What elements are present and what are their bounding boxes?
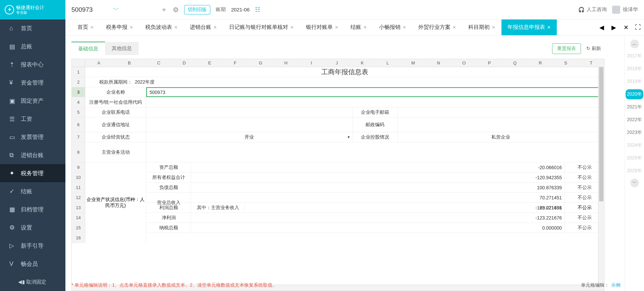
col-header[interactable]: C: [146, 59, 172, 67]
row-header[interactable]: 16: [72, 233, 85, 243]
col-header[interactable]: D: [172, 59, 197, 67]
close-icon[interactable]: ✕: [547, 25, 551, 30]
nav-salary[interactable]: ☰工资: [0, 110, 65, 128]
tabs-prev-button[interactable]: ◀: [596, 19, 608, 36]
year-item[interactable]: 2023年: [626, 128, 643, 138]
dropdown-cell[interactable]: 私营企业▼: [398, 132, 604, 142]
close-icon[interactable]: ✕: [335, 25, 338, 30]
year-item[interactable]: 2021年: [626, 102, 643, 112]
nav-reports[interactable]: ⇡报表中心: [0, 56, 65, 74]
nav-archive[interactable]: ▦归档管理: [0, 200, 65, 219]
tabs-next-button[interactable]: ▶: [608, 19, 620, 36]
row-header[interactable]: 7: [72, 132, 85, 142]
vertical-scrollbar[interactable]: [598, 67, 604, 285]
close-icon[interactable]: ✕: [129, 25, 133, 30]
tab-bank-statement[interactable]: 银行对账单✕: [300, 19, 344, 35]
period-value[interactable]: 2021-06: [231, 7, 250, 12]
col-header[interactable]: B: [113, 59, 146, 67]
scrollbar-thumb[interactable]: [599, 67, 603, 201]
cell[interactable]: [146, 97, 604, 107]
col-header[interactable]: K: [350, 59, 375, 67]
row-header[interactable]: 13: [72, 203, 85, 213]
row-header[interactable]: 3: [72, 87, 85, 97]
row-header[interactable]: 11: [72, 183, 85, 193]
tab-tax-declare[interactable]: 税务申报✕: [100, 19, 139, 35]
row-header[interactable]: 9: [72, 162, 85, 173]
year-down-button[interactable]: ﹀: [630, 179, 639, 187]
year-item[interactable]: 2018年: [626, 64, 643, 74]
cell[interactable]: 100.876339: [191, 183, 565, 192]
year-up-button[interactable]: ︿: [630, 40, 639, 48]
calendar-icon[interactable]: ☷: [255, 6, 260, 13]
tab-tax-fluct[interactable]: 税负波动表✕: [139, 19, 184, 35]
cell[interactable]: [398, 107, 604, 117]
year-item[interactable]: 2020年: [626, 89, 643, 99]
cell[interactable]: 0.000000: [191, 223, 565, 233]
close-icon[interactable]: ✕: [363, 25, 367, 30]
row-header[interactable]: 12: [72, 193, 85, 203]
close-icon[interactable]: ✕: [213, 25, 217, 30]
reset-button[interactable]: 重置报表: [552, 43, 581, 54]
cell[interactable]: -20.066016: [191, 162, 565, 172]
subtab-other[interactable]: 其他信息: [105, 42, 139, 55]
tab-foreign-trade[interactable]: 外贸行业方案✕: [412, 19, 462, 35]
cell[interactable]: [146, 107, 353, 117]
settings-button[interactable]: ⚙: [173, 6, 179, 14]
nav-tax[interactable]: ✦税务管理: [0, 164, 65, 182]
corner-cell[interactable]: [72, 59, 85, 67]
add-button[interactable]: ＋: [161, 5, 167, 14]
col-header[interactable]: E: [197, 59, 223, 67]
company-select[interactable]: 500973﹀: [71, 5, 155, 14]
col-header[interactable]: T: [579, 59, 604, 67]
refresh-button[interactable]: ↻ 刷新: [586, 46, 601, 52]
col-header[interactable]: P: [477, 59, 502, 67]
nav-guide[interactable]: ▷新手引导: [0, 237, 65, 255]
example-link[interactable]: 示例: [611, 282, 621, 288]
nav-assets[interactable]: ▣固定资产: [0, 92, 65, 110]
row-header[interactable]: 15: [72, 223, 85, 233]
user-menu[interactable]: 徐泽华: [612, 6, 638, 14]
dropdown-cell[interactable]: 开业▼: [146, 132, 353, 142]
close-icon[interactable]: ✕: [492, 25, 495, 30]
row-header[interactable]: 6: [72, 117, 85, 132]
col-header[interactable]: N: [426, 59, 451, 67]
tab-annual-report[interactable]: 年报信息申报表✕: [501, 19, 557, 35]
old-version-button[interactable]: 切到旧版: [184, 5, 210, 14]
fullscreen-button[interactable]: ⛶: [632, 19, 644, 36]
col-header[interactable]: F: [222, 59, 248, 67]
cell[interactable]: [146, 117, 353, 132]
consult-button[interactable]: 🎧人工咨询: [578, 6, 607, 13]
year-item[interactable]: 2017年: [626, 51, 643, 61]
col-header[interactable]: O: [451, 59, 477, 67]
selected-cell[interactable]: 500973: [146, 87, 604, 97]
nav-ledger[interactable]: ▤总账: [0, 38, 65, 56]
close-icon[interactable]: ✕: [90, 25, 94, 30]
year-item[interactable]: 2019年: [626, 77, 643, 87]
tab-home[interactable]: 首页✕: [71, 19, 100, 35]
row-header[interactable]: 2: [72, 77, 85, 87]
col-header[interactable]: I: [299, 59, 324, 67]
nav-purchase[interactable]: ⧉进销台账: [0, 146, 65, 164]
nav-invoice[interactable]: ▭发票管理: [0, 128, 65, 146]
tabs-close-button[interactable]: ✕: [620, 19, 632, 36]
row-header[interactable]: 14: [72, 213, 85, 223]
cell[interactable]: [398, 117, 604, 132]
year-item[interactable]: 2025年: [626, 153, 643, 163]
col-header[interactable]: L: [375, 59, 400, 67]
col-header[interactable]: R: [528, 59, 553, 67]
year-item[interactable]: 2026年: [626, 166, 643, 176]
tab-closing[interactable]: 结账✕: [344, 19, 373, 35]
nav-member[interactable]: V畅会员: [0, 255, 65, 273]
row-header[interactable]: 1: [72, 67, 85, 77]
row-header[interactable]: 8: [72, 142, 85, 162]
close-icon[interactable]: ✕: [452, 25, 456, 30]
tab-bank-reconcile[interactable]: 日记账与银行对账单核对✕: [223, 19, 300, 35]
col-header[interactable]: J: [324, 59, 350, 67]
undock-button[interactable]: ◀▮取消固定: [0, 273, 65, 291]
col-header[interactable]: M: [400, 59, 426, 67]
row-header[interactable]: 4: [72, 97, 85, 107]
close-icon[interactable]: ✕: [402, 25, 406, 30]
col-header[interactable]: G: [248, 59, 273, 67]
col-header[interactable]: H: [273, 59, 299, 67]
close-icon[interactable]: ✕: [290, 25, 294, 30]
